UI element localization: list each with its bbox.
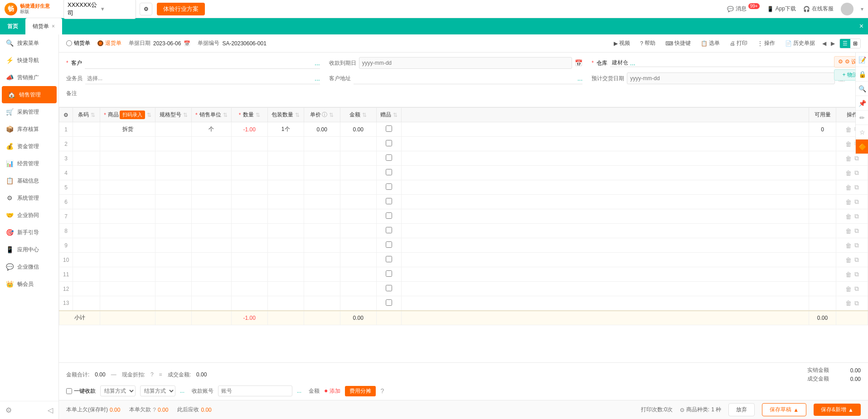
grid-view-btn[interactable]: ⊞ [850, 39, 860, 48]
customer-ellipsis-btn[interactable]: ... [315, 59, 320, 67]
fee-help-icon[interactable]: ? [380, 387, 384, 395]
address-ellipsis-btn[interactable]: ... [577, 75, 583, 82]
row-unit[interactable] [192, 296, 232, 311]
row-unit[interactable] [192, 151, 232, 166]
sidebar-item-operations[interactable]: 📊 经营管理 [0, 155, 58, 172]
row-pkgqty[interactable] [267, 180, 304, 195]
list-view-btn[interactable]: ☰ [840, 39, 850, 48]
row-price[interactable] [304, 195, 340, 209]
row-amount[interactable] [340, 296, 376, 311]
row-qty[interactable] [231, 282, 267, 296]
single-debt-help[interactable]: ? [153, 407, 156, 413]
row-product[interactable] [100, 166, 155, 180]
row-pkgqty[interactable] [267, 253, 304, 267]
trial-btn[interactable]: 体验行业方案 [157, 3, 205, 15]
copy-row-btn[interactable]: ⧉ [854, 285, 859, 293]
row-product[interactable] [100, 253, 155, 267]
row-amount[interactable] [340, 238, 376, 253]
calc-method-select[interactable]: 结算方式 [140, 385, 175, 396]
row-amount[interactable] [340, 180, 376, 195]
sidebar-item-inventory[interactable]: 📦 库存核算 [0, 120, 58, 138]
tab-close-icon[interactable]: × [52, 23, 55, 29]
row-spec[interactable] [155, 180, 192, 195]
copy-row-btn[interactable]: ⧉ [854, 299, 859, 307]
copy-row-btn[interactable]: ⧉ [854, 241, 859, 249]
row-price[interactable]: 0.00 [304, 122, 340, 137]
row-barcode[interactable] [73, 253, 100, 267]
row-qty[interactable] [231, 253, 267, 267]
row-unit[interactable]: 个 [192, 122, 232, 137]
row-price[interactable] [304, 224, 340, 238]
row-barcode[interactable] [73, 180, 100, 195]
row-unit[interactable] [192, 195, 232, 209]
row-barcode[interactable] [73, 151, 100, 166]
account-input[interactable] [218, 385, 292, 396]
row-unit[interactable] [192, 180, 232, 195]
user-avatar[interactable] [841, 3, 853, 15]
row-qty[interactable] [231, 224, 267, 238]
delete-row-btn[interactable]: 🗑 [845, 271, 852, 278]
select-order-btn[interactable]: 📋 选单 [698, 38, 723, 48]
row-gift[interactable] [376, 166, 401, 180]
row-gift[interactable] [376, 282, 401, 296]
right-panel-btn-2[interactable]: 🔒 [856, 67, 868, 82]
delete-row-btn[interactable]: 🗑 [845, 155, 852, 162]
warehouse-input-wrapper[interactable]: 建材仓 ... [610, 59, 845, 67]
gift-checkbox[interactable] [386, 299, 392, 306]
help-btn[interactable]: ? 帮助 [637, 38, 658, 48]
delete-row-btn[interactable]: 🗑 [845, 256, 852, 264]
gift-checkbox[interactable] [386, 227, 392, 233]
row-amount[interactable] [340, 282, 376, 296]
video-btn[interactable]: ▶ 视频 [611, 38, 633, 48]
row-price[interactable] [304, 137, 340, 151]
sidebar-item-vip[interactable]: 👑 畅会员 [0, 275, 58, 293]
salesman-ellipsis-btn[interactable]: ... [315, 75, 320, 82]
row-gift[interactable] [376, 122, 401, 137]
row-barcode[interactable] [73, 224, 100, 238]
row-barcode[interactable] [73, 195, 100, 209]
add-btn[interactable]: ● 添加 [324, 387, 340, 395]
product-sort-icon[interactable]: ⇅ [147, 112, 151, 118]
due-date-calendar-icon[interactable]: 📅 [575, 59, 582, 67]
sidebar-item-appcenter[interactable]: 📱 应用中心 [0, 241, 58, 258]
row-spec[interactable] [155, 282, 192, 296]
print-btn[interactable]: 🖨 打印 [727, 38, 750, 48]
sidebar-settings-btn[interactable]: ⚙ [5, 406, 12, 414]
history-btn[interactable]: 📄 历史单据 [782, 38, 818, 48]
row-barcode[interactable] [73, 122, 100, 137]
delete-row-btn[interactable]: 🗑 [845, 213, 852, 220]
row-amount[interactable] [340, 209, 376, 224]
row-price[interactable] [304, 166, 340, 180]
delete-row-btn[interactable]: 🗑 [845, 285, 852, 293]
shortcut-btn[interactable]: ⌨ 快捷键 [663, 38, 693, 48]
right-panel-btn-5[interactable]: ✏ [856, 111, 868, 125]
payment-method-ellipsis[interactable]: ... [180, 388, 184, 394]
row-gift[interactable] [376, 209, 401, 224]
due-date-input[interactable] [359, 57, 572, 69]
delete-row-btn[interactable]: 🗑 [845, 126, 852, 133]
row-price[interactable] [304, 209, 340, 224]
row-spec[interactable] [155, 267, 192, 282]
copy-row-btn[interactable]: ⧉ [854, 169, 859, 177]
expected-date-input[interactable] [627, 72, 835, 84]
scan-barcode-btn[interactable]: 扫码录入 [120, 111, 145, 119]
row-product[interactable] [100, 296, 155, 311]
app-download-btn[interactable]: 📱 App下载 [767, 5, 796, 13]
right-panel-btn-4[interactable]: 📌 [856, 96, 868, 111]
row-product[interactable] [100, 180, 155, 195]
row-price[interactable] [304, 238, 340, 253]
row-gift[interactable] [376, 267, 401, 282]
row-pkgqty[interactable] [267, 224, 304, 238]
row-spec[interactable] [155, 166, 192, 180]
row-product[interactable] [100, 238, 155, 253]
tab-sales[interactable]: 销货单 × [25, 18, 62, 34]
row-barcode[interactable] [73, 296, 100, 311]
delete-row-btn[interactable]: 🗑 [845, 198, 852, 206]
gift-checkbox[interactable] [386, 285, 392, 291]
right-panel-btn-3[interactable]: 🔍 [856, 82, 868, 96]
row-unit[interactable] [192, 209, 232, 224]
row-qty[interactable] [231, 137, 267, 151]
right-panel-btn-7[interactable]: 🔶 [856, 140, 868, 154]
row-product[interactable] [100, 195, 155, 209]
gift-checkbox[interactable] [386, 183, 392, 190]
